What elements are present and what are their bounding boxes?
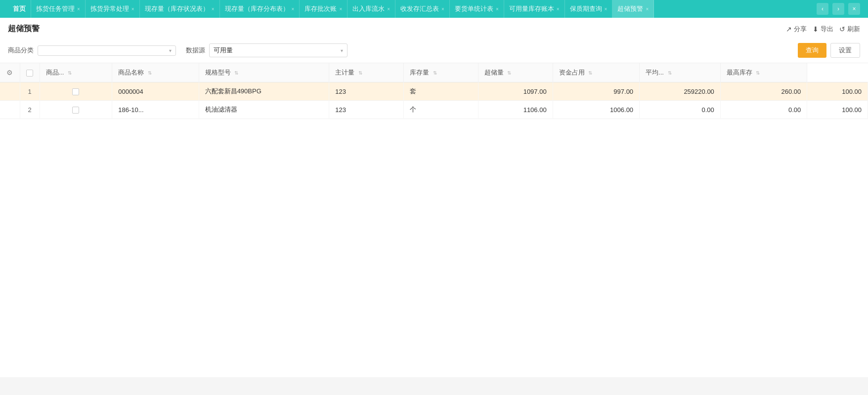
avg-cell: 0.00 [720,101,807,119]
nav-close-button[interactable]: × [848,3,860,15]
col-product-name-header[interactable]: 商品名称 ⇅ [112,63,199,82]
close-tab-batch[interactable]: × [339,6,342,12]
sort-product-code-icon: ⇅ [68,70,72,76]
export-icon: ⬇ [813,25,819,33]
share-button[interactable]: ↗ 分享 [786,25,807,34]
row-checkbox-box[interactable] [72,88,79,95]
row-checkbox[interactable] [40,101,112,119]
sort-product-name-icon: ⇅ [148,70,152,76]
nav-tab-inout[interactable]: 出入库流水× [347,0,395,18]
top-navigation: 首页拣货任务管理×拣货异常处理×现存量（库存状况表）×现存量（库存分布表）×库存… [0,0,868,18]
datasource-label: 数据源 [186,46,205,55]
row-gear [0,101,20,119]
product-code-cell: 186-10... [112,101,199,119]
avg-cell: 260.00 [720,82,807,101]
datasource-select[interactable]: 可用量 ▾ [209,43,347,57]
sort-stock-icon: ⇅ [433,70,437,76]
row-index: 1 [20,82,40,101]
page-header: 超储预警 ↗ 分享 ⬇ 导出 ↺ 刷新 [0,18,868,38]
product-code-cell: 0000004 [112,82,199,101]
close-tab-order-stats[interactable]: × [496,6,499,12]
nav-tab-inventory-status[interactable]: 现存量（库存状况表）× [140,0,220,18]
nav-tab-overstock[interactable]: 超储预警× [612,0,654,18]
max-stock-cell: 100.00 [807,101,868,119]
row-index: 2 [20,101,40,119]
row-checkbox[interactable] [40,82,112,101]
sort-max-stock-icon: ⇅ [756,70,760,76]
overstock-cell: 1006.00 [553,101,639,119]
nav-right-controls: ‹ › × [817,3,860,15]
spec-cell: 123 [329,101,404,119]
nav-prev-button[interactable]: ‹ [817,3,828,15]
col-avg-header[interactable]: 平均... ⇅ [640,63,721,82]
gear-icon[interactable]: ⚙ [6,69,13,77]
nav-tab-home[interactable]: 首页 [8,0,31,18]
spec-cell: 123 [329,82,404,101]
table-body: 10000004六配套新昌490BPG123套1097.00997.002592… [0,82,868,119]
sort-unit-icon: ⇅ [358,70,362,76]
overstock-cell: 997.00 [553,82,639,101]
nav-next-button[interactable]: › [832,3,844,15]
stock-cell: 1097.00 [478,82,553,101]
header-actions: ↗ 分享 ⬇ 导出 ↺ 刷新 [786,25,860,34]
col-unit-header[interactable]: 主计量 ⇅ [329,63,404,82]
filter-buttons: 查询 设置 [798,43,860,58]
datasource-dropdown-icon: ▾ [341,48,343,53]
close-tab-quality[interactable]: × [605,6,608,12]
datasource-select-value: 可用量 [214,46,233,55]
unit-cell: 套 [404,82,478,101]
share-icon: ↗ [786,25,792,33]
datasource-filter-group: 数据源 可用量 ▾ [186,43,347,57]
export-label: 导出 [821,25,833,34]
nav-tab-order-stats[interactable]: 要货单统计表× [450,0,504,18]
nav-tab-collect[interactable]: 收发存汇总表× [395,0,450,18]
close-tab-overstock[interactable]: × [646,6,649,12]
nav-tab-abnormal[interactable]: 拣货异常处理× [86,0,140,18]
refresh-button[interactable]: ↺ 刷新 [839,25,860,34]
nav-tab-quality[interactable]: 保质期查询× [565,0,613,18]
share-label: 分享 [794,25,807,34]
close-tab-collect[interactable]: × [441,6,444,12]
close-tab-inventory-status[interactable]: × [212,6,215,12]
filter-area: 商品分类 ▾ 数据源 可用量 ▾ 查询 设置 [0,38,868,63]
table-header-row: ⚙ 商品... ⇅ 商品名称 ⇅ 规格型号 ⇅ [0,63,868,82]
table-row: 2186-10...机油滤清器123个1106.001006.000.000.0… [0,101,868,119]
col-stock-header[interactable]: 库存量 ⇅ [404,63,478,82]
main-content: 超储预警 ↗ 分享 ⬇ 导出 ↺ 刷新 商品分类 [0,18,868,119]
col-checkbox-header [20,63,40,82]
data-table-container: ⚙ 商品... ⇅ 商品名称 ⇅ 规格型号 ⇅ [0,63,868,119]
col-capital-header[interactable]: 资金占用 ⇅ [553,63,639,82]
close-tab-abnormal[interactable]: × [131,6,134,12]
col-overstock-header[interactable]: 超储量 ⇅ [478,63,553,82]
category-dropdown-icon: ▾ [169,48,172,53]
nav-tab-available[interactable]: 可用量库存账本× [504,0,565,18]
category-select[interactable]: ▾ [38,45,176,56]
table-row: 10000004六配套新昌490BPG123套1097.00997.002592… [0,82,868,101]
col-product-code-header[interactable]: 商品... ⇅ [40,63,112,82]
nav-tab-batch[interactable]: 库存批次账× [300,0,347,18]
max-stock-cell: 100.00 [807,82,868,101]
overstock-table: ⚙ 商品... ⇅ 商品名称 ⇅ 规格型号 ⇅ [0,63,868,119]
capital-cell: 0.00 [640,101,721,119]
settings-button[interactable]: 设置 [830,43,860,58]
capital-cell: 259220.00 [640,82,721,101]
row-checkbox-box[interactable] [72,107,79,114]
close-tab-task[interactable]: × [77,6,80,12]
export-button[interactable]: ⬇ 导出 [813,25,833,34]
close-tab-inout[interactable]: × [387,6,390,12]
col-max-stock-header[interactable]: 最高库存 ⇅ [720,63,807,82]
select-all-checkbox[interactable] [26,70,33,77]
nav-tab-task[interactable]: 拣货任务管理× [31,0,86,18]
sort-spec-icon: ⇅ [234,70,238,76]
close-tab-available[interactable]: × [557,6,560,12]
unit-cell: 个 [404,101,478,119]
product-name-cell: 六配套新昌490BPG [199,82,329,101]
page-title: 超储预警 [8,24,40,34]
stock-cell: 1106.00 [478,101,553,119]
query-button[interactable]: 查询 [798,43,826,58]
close-tab-inventory-dist[interactable]: × [292,6,295,12]
nav-tab-inventory-dist[interactable]: 现存量（库存分布表）× [220,0,300,18]
col-spec-header[interactable]: 规格型号 ⇅ [199,63,329,82]
refresh-icon: ↺ [839,25,845,33]
row-gear [0,82,20,101]
